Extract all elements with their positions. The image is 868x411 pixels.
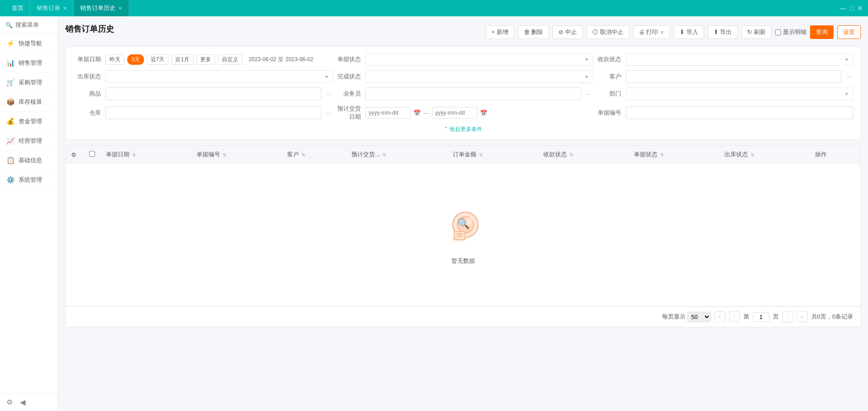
sidebar-item-sales-mgmt[interactable]: 📊 销售管理	[0, 53, 58, 73]
table-body: 🔍 暂无数据	[66, 164, 860, 306]
salesperson-input[interactable]	[365, 87, 581, 100]
filter-cell-order-status: 单据状态 ▼	[333, 53, 593, 66]
ship-status-dropdown[interactable]: ▼	[106, 70, 333, 83]
delivery-start-input[interactable]	[365, 107, 411, 119]
tab-sales-order-history[interactable]: 销售订单历史 ✕	[74, 0, 129, 16]
sort-date-icon[interactable]: ⇅	[132, 152, 136, 157]
filter-cell-order-no: 单据编号	[593, 106, 853, 119]
sidebar-settings-icon[interactable]: ⚙	[6, 398, 13, 406]
empty-state: 🔍 暂无数据	[71, 168, 855, 301]
suspend-button-label: ⊘ 中止	[558, 28, 577, 36]
customer-more-icon[interactable]: ···	[844, 73, 853, 80]
minimize-icon[interactable]: —	[840, 5, 846, 12]
per-page-select[interactable]: 10 20 50 100	[687, 312, 711, 322]
sidebar-item-operations[interactable]: 📈 经营管理	[0, 131, 58, 151]
display-columns-toggle[interactable]: 显示明细	[775, 28, 806, 36]
cancel-suspend-button[interactable]: ◎ 取消中止	[586, 25, 629, 39]
print-button[interactable]: 🖨 打印 ▼	[633, 25, 671, 39]
date-1month-btn[interactable]: 近1月	[171, 54, 193, 65]
settings-button[interactable]: 设置	[837, 25, 861, 39]
order-status-arrow-icon: ▼	[585, 57, 589, 62]
print-button-label: 🖨 打印	[639, 28, 658, 36]
sidebar-item-purchase-mgmt[interactable]: 🛒 采购管理	[0, 73, 58, 92]
department-dropdown[interactable]: ▼	[626, 87, 853, 100]
page-title: 销售订单历史	[65, 24, 114, 34]
window-close-icon[interactable]: ✕	[857, 5, 863, 12]
date-custom-btn[interactable]: 自定义	[218, 54, 242, 65]
date-7days-btn[interactable]: 近7天	[147, 54, 169, 65]
delivery-start-calendar-icon[interactable]: 📅	[413, 110, 421, 116]
next-page-btn[interactable]: ›	[782, 311, 793, 322]
sort-payment-status-icon[interactable]: ⇅	[570, 152, 573, 157]
sidebar-item-inventory[interactable]: 📦 库存核算	[0, 92, 58, 112]
customer-input[interactable]	[626, 70, 842, 83]
sidebar-collapse-icon[interactable]: ◀	[20, 398, 25, 406]
delivery-end-calendar-icon[interactable]: 📅	[480, 110, 487, 116]
display-columns-checkbox[interactable]	[775, 29, 781, 35]
filter-cell-goods: 商品 ···	[73, 87, 333, 100]
date-yesterday-btn[interactable]: 昨天	[106, 54, 125, 65]
top-bar-right: — □ ✕	[840, 5, 863, 12]
sort-amount-icon[interactable]: ⇅	[479, 152, 483, 157]
delete-button[interactable]: 🗑 删除	[518, 25, 549, 39]
select-all-checkbox[interactable]	[89, 151, 95, 157]
maximize-icon[interactable]: □	[850, 5, 854, 12]
sort-customer-icon[interactable]: ⇅	[302, 152, 305, 157]
sidebar-item-basic-info[interactable]: 📋 基础信息	[0, 151, 58, 170]
order-no-input[interactable]	[626, 106, 853, 119]
sidebar-item-sys-mgmt[interactable]: ⚙️ 系统管理	[0, 170, 58, 190]
import-button[interactable]: ⬇ 导入	[674, 25, 704, 39]
prev-page-btn[interactable]: ‹	[729, 311, 740, 322]
new-button[interactable]: + 新增	[486, 25, 514, 39]
goods-more-icon[interactable]: ···	[324, 90, 333, 97]
date-range-start: 2023-06-02	[249, 56, 276, 63]
filter-row-3: 商品 ··· 业务员 ··· 部门	[73, 87, 853, 100]
last-page-btn[interactable]: »	[797, 311, 808, 322]
sales-mgmt-icon: 📊	[6, 59, 15, 67]
date-more-btn[interactable]: 更多	[196, 54, 215, 65]
department-label: 部门	[593, 90, 626, 98]
payment-status-dropdown[interactable]: ▼	[626, 53, 853, 66]
sort-order-no-icon[interactable]: ⇅	[223, 152, 226, 157]
per-page-label: 每页显示	[662, 313, 686, 321]
settings-button-label: 设置	[843, 28, 855, 36]
date-filter-value: 昨天 3天 近7天 近1月 更多 自定义 2023-06-02 至 2023-0…	[106, 54, 333, 65]
sidebar-item-label: 库存核算	[19, 98, 42, 106]
tab-sales-order[interactable]: 销售订单 ✕	[30, 0, 74, 16]
close-tab-sales-order[interactable]: ✕	[63, 5, 67, 11]
goods-value: ···	[106, 87, 333, 100]
sidebar-item-label: 采购管理	[19, 78, 42, 87]
order-status-value: ▼	[365, 53, 593, 66]
sort-ship-status-icon[interactable]: ⇅	[751, 152, 754, 157]
date-3days-btn[interactable]: 3天	[127, 54, 144, 65]
sort-delivery-icon[interactable]: ⇅	[383, 152, 386, 157]
page-number-input[interactable]	[753, 312, 769, 322]
th-delivery: 预计交货... ⇅	[346, 146, 447, 164]
svg-rect-5	[454, 232, 465, 240]
th-order-no: 单据编号 ⇅	[191, 146, 282, 164]
suspend-button[interactable]: ⊘ 中止	[552, 25, 583, 39]
th-settings[interactable]: ⚙	[66, 146, 84, 164]
delivery-end-input[interactable]	[432, 107, 477, 119]
salesperson-more-icon[interactable]: ···	[584, 90, 593, 97]
sidebar-item-finance[interactable]: 💰 资金管理	[0, 112, 58, 131]
collapse-filters-btn[interactable]: ⌃ 收起更多条件	[73, 126, 853, 133]
sidebar-item-quick-nav[interactable]: ⚡ 快捷导航	[0, 34, 58, 53]
sidebar-search[interactable]: 🔍 搜索菜单	[0, 16, 58, 34]
complete-status-dropdown[interactable]: ▼	[365, 70, 593, 83]
filter-cell-payment-status: 收款状态 ▼	[593, 53, 853, 66]
warehouse-input[interactable]	[106, 106, 321, 119]
export-button[interactable]: ⬆ 导出	[708, 25, 738, 39]
warehouse-more-icon[interactable]: ···	[324, 109, 333, 116]
tab-home[interactable]: 首页	[5, 0, 30, 16]
filter-panel: 单据日期 昨天 3天 近7天 近1月 更多 自定义 2023-06-02 至 2	[65, 46, 861, 140]
th-checkbox[interactable]	[84, 146, 101, 164]
print-arrow-icon: ▼	[660, 30, 664, 35]
query-button[interactable]: 查询	[810, 25, 834, 39]
goods-input[interactable]	[106, 87, 321, 100]
close-tab-sales-order-history[interactable]: ✕	[118, 5, 122, 11]
refresh-button[interactable]: ↻ 刷新	[741, 25, 772, 39]
order-status-dropdown[interactable]: ▼	[365, 53, 593, 66]
first-page-btn[interactable]: «	[715, 311, 725, 322]
sort-order-status-icon[interactable]: ⇅	[660, 152, 664, 157]
